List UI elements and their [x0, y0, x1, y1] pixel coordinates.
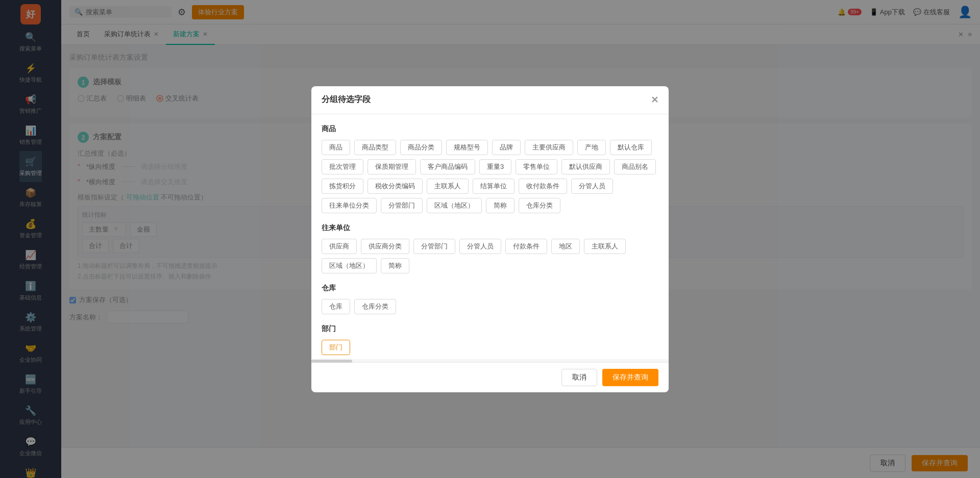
field-tag-partner-3[interactable]: 分管人员: [459, 239, 501, 254]
field-tag-product-3[interactable]: 规格型号: [446, 140, 488, 155]
hscroll-thumb: [311, 360, 352, 363]
field-tag-product-16[interactable]: 税收分类编码: [368, 179, 423, 194]
modal-hscroll[interactable]: [311, 359, 669, 362]
field-tag-product-19[interactable]: 收付款条件: [519, 179, 567, 194]
section-title-partner: 往来单位: [322, 223, 658, 233]
modal-header: 分组待选字段 ✕: [311, 86, 669, 114]
field-tags-partner: 供应商供应商分类分管部门分管人员付款条件地区主联系人区域（地区）简称: [322, 239, 658, 273]
field-tag-warehouse-1[interactable]: 仓库分类: [354, 299, 396, 314]
field-tag-product-13[interactable]: 默认供应商: [561, 159, 610, 174]
field-tag-product-4[interactable]: 品牌: [492, 140, 521, 155]
field-tags-department: 部门: [322, 340, 658, 355]
modal-overlay: 分组待选字段 ✕ 商品商品商品类型商品分类规格型号品牌主要供应商产地默认仓库批次…: [0, 0, 980, 478]
field-tag-product-20[interactable]: 分管人员: [571, 179, 613, 194]
field-tag-product-9[interactable]: 保质期管理: [368, 159, 416, 174]
field-tag-partner-8[interactable]: 简称: [381, 258, 409, 273]
modal-confirm-btn[interactable]: 保存并查询: [602, 369, 658, 386]
field-tag-product-12[interactable]: 零售单位: [516, 159, 557, 174]
field-tag-warehouse-0[interactable]: 仓库: [322, 299, 350, 314]
modal-body: 商品商品商品类型商品分类规格型号品牌主要供应商产地默认仓库批次管理保质期管理客户…: [311, 114, 669, 359]
field-tag-partner-2[interactable]: 分管部门: [413, 239, 455, 254]
field-tag-product-10[interactable]: 客户商品编码: [420, 159, 475, 174]
field-section-department: 部门部门: [322, 324, 658, 355]
field-section-partner: 往来单位供应商供应商分类分管部门分管人员付款条件地区主联系人区域（地区）简称: [322, 223, 658, 273]
field-tag-product-23[interactable]: 区域（地区）: [427, 198, 482, 213]
field-tag-product-25[interactable]: 仓库分类: [519, 198, 560, 213]
field-tag-product-11[interactable]: 重量3: [479, 159, 511, 174]
field-tag-department-0[interactable]: 部门: [322, 340, 350, 355]
field-tag-product-18[interactable]: 结算单位: [473, 179, 514, 194]
field-tag-partner-0[interactable]: 供应商: [322, 239, 357, 254]
field-tag-product-6[interactable]: 产地: [577, 140, 606, 155]
section-title-warehouse: 仓库: [322, 284, 658, 293]
field-tag-product-1[interactable]: 商品类型: [354, 140, 396, 155]
field-tag-partner-6[interactable]: 主联系人: [584, 239, 626, 254]
field-tag-product-8[interactable]: 批次管理: [322, 159, 363, 174]
modal-cancel-btn[interactable]: 取消: [561, 369, 597, 386]
modal: 分组待选字段 ✕ 商品商品商品类型商品分类规格型号品牌主要供应商产地默认仓库批次…: [311, 86, 669, 392]
modal-title: 分组待选字段: [322, 94, 371, 105]
field-section-product: 商品商品商品类型商品分类规格型号品牌主要供应商产地默认仓库批次管理保质期管理客户…: [322, 124, 658, 213]
field-tag-product-5[interactable]: 主要供应商: [525, 140, 573, 155]
field-tag-product-14[interactable]: 商品别名: [614, 159, 656, 174]
modal-footer: 取消 保存并查询: [311, 362, 669, 392]
field-tag-product-2[interactable]: 商品分类: [400, 140, 442, 155]
field-tag-product-17[interactable]: 主联系人: [427, 179, 469, 194]
field-tags-product: 商品商品类型商品分类规格型号品牌主要供应商产地默认仓库批次管理保质期管理客户商品…: [322, 140, 658, 213]
field-tag-partner-4[interactable]: 付款条件: [505, 239, 547, 254]
field-tags-warehouse: 仓库仓库分类: [322, 299, 658, 314]
field-tag-partner-1[interactable]: 供应商分类: [361, 239, 409, 254]
modal-close-btn[interactable]: ✕: [651, 94, 658, 106]
field-tag-product-21[interactable]: 往来单位分类: [322, 198, 377, 213]
field-tag-partner-5[interactable]: 地区: [551, 239, 580, 254]
field-tag-partner-7[interactable]: 区域（地区）: [322, 258, 377, 273]
field-tag-product-24[interactable]: 简称: [486, 198, 514, 213]
field-tag-product-22[interactable]: 分管部门: [381, 198, 423, 213]
field-tag-product-7[interactable]: 默认仓库: [610, 140, 652, 155]
field-tag-product-0[interactable]: 商品: [322, 140, 350, 155]
section-title-product: 商品: [322, 124, 658, 134]
section-title-department: 部门: [322, 324, 658, 334]
field-section-warehouse: 仓库仓库仓库分类: [322, 284, 658, 314]
field-tag-product-15[interactable]: 拣货积分: [322, 179, 363, 194]
